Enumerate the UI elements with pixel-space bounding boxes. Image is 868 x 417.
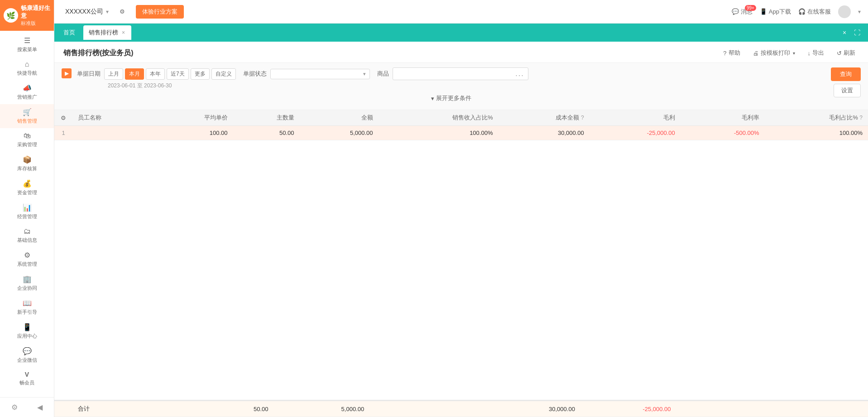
print-btn[interactable]: 🖨 按模板打印 <box>749 47 799 59</box>
export-icon: ↓ <box>808 50 811 57</box>
user-name-btn[interactable]: ▾ <box>858 9 861 15</box>
th-settings[interactable]: ⚙ <box>54 110 72 126</box>
total-quantity: 50.00 <box>254 406 269 412</box>
company-selector[interactable]: XXXXXX公司 ▾ <box>62 6 112 18</box>
sidebar-item-inventory[interactable]: 📦 库存核算 <box>0 152 54 176</box>
message-button[interactable]: 💬 消息 99+ <box>732 8 753 16</box>
top-header: XXXXXX公司 ▾ ⚙ 体验行业方案 💬 消息 99+ 📱 App下载 🎧 在… <box>54 0 868 24</box>
app-download-btn[interactable]: 📱 App下载 <box>760 8 791 16</box>
inventory-icon: 📦 <box>23 155 32 164</box>
sidebar-item-shortcut[interactable]: ⌂ 快捷导航 <box>0 57 54 80</box>
settings-button[interactable]: 设置 <box>834 84 861 97</box>
date-btn-more[interactable]: 更多 <box>191 68 210 80</box>
appstore-label: 应用中心 <box>17 333 37 340</box>
online-service-label: 在线客服 <box>807 8 831 16</box>
operation-icon: 📊 <box>23 203 32 212</box>
guide-label: 新手引导 <box>17 309 37 316</box>
tab-close-window-btn[interactable]: × <box>839 27 850 38</box>
td-total-avg <box>120 401 197 417</box>
sidebar-item-appstore[interactable]: 📱 应用中心 <box>0 319 54 343</box>
gross-pct-help-icon[interactable]: ? <box>859 115 863 121</box>
sidebar-item-finance[interactable]: 💰 资金管理 <box>0 176 54 200</box>
search-menu-label: 搜索菜单 <box>17 46 37 53</box>
sidebar-item-vip[interactable]: V 畅会员 <box>0 367 54 390</box>
help-btn[interactable]: ? 帮助 <box>719 47 743 59</box>
goods-input[interactable]: ... <box>393 67 528 80</box>
guide-icon: 📖 <box>23 299 32 307</box>
sidebar-collapse-btn[interactable]: ◀ <box>35 401 44 413</box>
refresh-btn[interactable]: ↺ 刷新 <box>833 47 859 59</box>
system-label: 系统管理 <box>17 261 37 268</box>
filter-date-group: 单据日期 上月 本月 本年 近7天 更多 自定义 <box>77 68 236 80</box>
refresh-icon: ↺ <box>837 50 842 57</box>
page-actions: ? 帮助 🖨 按模板打印 ↓ 导出 ↺ 刷新 <box>719 47 859 59</box>
goods-filter-label: 商品 <box>377 70 389 78</box>
td-gross: -25,000.00 <box>590 126 681 140</box>
td-total-cost: 30,000.00 <box>484 401 580 417</box>
td-total-label: 合计 <box>72 401 120 417</box>
filter-toggle-btn[interactable]: ▶ <box>62 68 72 78</box>
date-btn-last-month[interactable]: 上月 <box>104 68 123 80</box>
total-label: 合计 <box>78 405 90 412</box>
cost-help-icon[interactable]: ? <box>581 115 584 121</box>
main-area: XXXXXX公司 ▾ ⚙ 体验行业方案 💬 消息 99+ 📱 App下载 🎧 在… <box>54 0 868 417</box>
enterprise-icon: 🏢 <box>23 275 32 283</box>
status-select[interactable]: ▾ <box>270 69 370 79</box>
td-quantity: 50.00 <box>233 126 300 140</box>
expand-more-btn[interactable]: ▾ 展开更多条件 <box>428 91 474 105</box>
sidebar-item-basic[interactable]: 🗂 基础信息 <box>0 224 54 247</box>
finance-icon: 💰 <box>23 179 32 188</box>
date-range-text: 2023-06-01 至 2023-06-30 <box>108 82 172 89</box>
tab-fullscreen-btn[interactable]: ⛶ <box>852 27 863 38</box>
sidebar-item-operation[interactable]: 📊 经营管理 <box>0 200 54 224</box>
trial-button[interactable]: 体验行业方案 <box>136 5 184 19</box>
table-body: 1 100.00 50.00 5,000.00 100.00% 30,000.0… <box>54 126 868 140</box>
sidebar-item-marketing[interactable]: 📣 营销推广 <box>0 80 54 104</box>
sidebar-item-sales[interactable]: 🛒 销售管理 <box>0 104 54 128</box>
table-footer: 合计 50.00 5,000.00 30,000.00 <box>54 400 868 417</box>
sales-icon: 🛒 <box>23 108 32 116</box>
query-button[interactable]: 查询 <box>831 67 861 81</box>
th-cost-label: 成本全额 <box>556 114 579 121</box>
company-settings-btn[interactable]: ⚙ <box>116 5 129 18</box>
user-avatar[interactable] <box>838 5 851 18</box>
total-gross: -25,000.00 <box>643 406 671 412</box>
marketing-icon: 📣 <box>23 84 32 92</box>
date-btn-7days[interactable]: 近7天 <box>167 68 189 80</box>
td-avg-price: 100.00 <box>153 126 233 140</box>
sidebar-item-wechat[interactable]: 💬 企业微信 <box>0 343 54 367</box>
sidebar: 🌿 畅康通好生意 标准版 ☰ 搜索菜单 ⌂ 快捷导航 📣 营销推广 🛒 销售管理… <box>0 0 54 417</box>
vip-label: 畅会员 <box>19 379 34 386</box>
tab-close-icon[interactable]: × <box>121 29 126 37</box>
expand-icon: ▾ <box>431 95 434 102</box>
date-btn-this-month[interactable]: 本月 <box>125 68 144 80</box>
expand-label: 展开更多条件 <box>436 94 471 102</box>
sidebar-item-purchase[interactable]: 🛍 采购管理 <box>0 128 54 152</box>
status-filter-label: 单据状态 <box>243 70 267 78</box>
export-btn[interactable]: ↓ 导出 <box>804 47 828 59</box>
sidebar-item-guide[interactable]: 📖 新手引导 <box>0 295 54 319</box>
sales-label: 销售管理 <box>17 118 37 125</box>
td-name <box>72 126 153 140</box>
column-settings-icon[interactable]: ⚙ <box>61 115 66 121</box>
sidebar-item-search[interactable]: ☰ 搜索菜单 <box>0 33 54 57</box>
tab-home[interactable]: 首页 <box>56 24 82 42</box>
date-btn-this-year[interactable]: 本年 <box>146 68 165 80</box>
th-amount-label: 全额 <box>361 114 373 121</box>
th-gross-pct-label: 毛利占比% <box>829 114 858 121</box>
th-name: 员工名称 <box>72 110 153 126</box>
date-range-display: 2023-06-01 至 2023-06-30 <box>77 82 825 90</box>
date-btn-custom[interactable]: 自定义 <box>211 68 236 80</box>
th-sales-pct: 销售收入占比% <box>379 110 499 126</box>
search-menu-icon: ☰ <box>24 36 30 45</box>
sidebar-item-enterprise[interactable]: 🏢 企业协同 <box>0 271 54 295</box>
table-header-row: ⚙ 员工名称 平均单价 主数量 全额 <box>54 110 868 126</box>
finance-label: 资金管理 <box>17 189 37 196</box>
sidebar-settings-btn[interactable]: ⚙ <box>10 401 19 413</box>
online-service-btn[interactable]: 🎧 在线客服 <box>798 8 831 16</box>
sidebar-item-system[interactable]: ⚙ 系统管理 <box>0 247 54 271</box>
system-icon: ⚙ <box>24 251 30 259</box>
message-badge: 99+ <box>745 5 756 11</box>
table-area: ⚙ 员工名称 平均单价 主数量 全额 <box>54 110 868 400</box>
tab-sales-ranking[interactable]: 销售排行榜 × <box>83 25 131 40</box>
